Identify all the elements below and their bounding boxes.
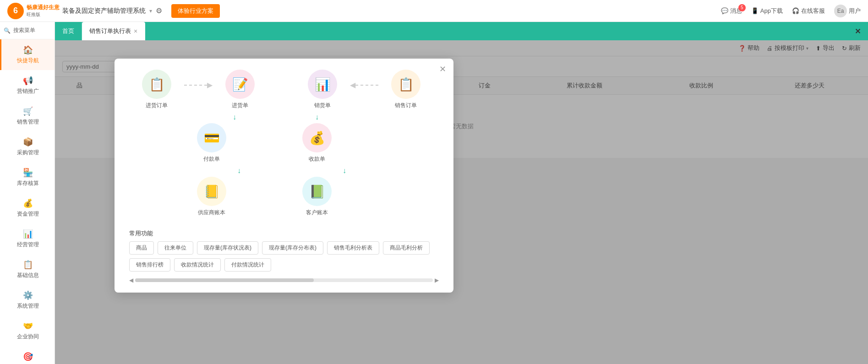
- flow-row-arrows: ↓ ↓: [129, 113, 439, 123]
- arrow-1: ▶: [184, 81, 213, 89]
- user-item[interactable]: Ea 用户: [834, 5, 861, 17]
- sales-order-circle: 📋: [391, 70, 420, 99]
- func-btn-goods[interactable]: 商品: [129, 241, 154, 255]
- flow-diagram: 📋 进货订单 ▶: [129, 70, 439, 220]
- trial-button[interactable]: 体验行业方案: [171, 4, 220, 18]
- logo-area: 6 畅康通好生意 旺推版: [7, 3, 62, 19]
- scroll-thumb: [135, 278, 314, 282]
- func-btn-payment-stat[interactable]: 付款情况统计: [224, 258, 271, 272]
- sales-bill-circle: 📊: [308, 70, 337, 99]
- sales-order-label: 销售订单: [395, 102, 417, 109]
- scroll-right-arrow[interactable]: ▶: [435, 277, 439, 283]
- arrow-down-payment: ↓: [212, 167, 267, 175]
- flow-row-3: 📒 供应商账本 📗: [184, 177, 439, 217]
- flow-node-purchase-bill[interactable]: 📝 进货单: [213, 70, 267, 109]
- supplier-ledger-circle: 📒: [197, 177, 226, 206]
- content-area: 首页 销售订单执行表 × ✕ ❓ 帮助 🖨 按模板打印 ▾: [55, 22, 868, 364]
- sidebar-item-system[interactable]: ⚙️ 系统管理: [0, 285, 55, 315]
- system-icon: ⚙️: [23, 290, 33, 300]
- flow-node-receipt[interactable]: 💰 收款单: [289, 123, 344, 163]
- func-btn-receipt-stat[interactable]: 收款情况统计: [174, 258, 221, 272]
- sidebar-item-finance[interactable]: 💰 资金管理: [0, 193, 55, 223]
- arrow-down-sales: ↓: [289, 113, 344, 121]
- empty3: [129, 167, 212, 177]
- sidebar-search[interactable]: 🔍 搜索菜单: [0, 22, 55, 39]
- modal-close-btn[interactable]: ✕: [439, 64, 446, 74]
- purchase-order-label: 进货订单: [146, 102, 168, 109]
- common-func-section: 常用功能 商品 往来单位 现存量(库存状况表) 现存量(库存分布表) 销售毛利分…: [129, 229, 439, 272]
- func-buttons: 商品 往来单位 现存量(库存状况表) 现存量(库存分布表) 销售毛利分析表 商品…: [129, 241, 439, 255]
- purchase-order-circle: 📋: [142, 70, 171, 99]
- flow-node-customer-ledger[interactable]: 📗 客户账本: [289, 177, 344, 217]
- quick-nav-icon: 🏠: [23, 45, 33, 55]
- func-btn-sales-rank[interactable]: 销售排行榜: [129, 258, 170, 272]
- online-service-item[interactable]: 🎧 在线客服: [792, 7, 825, 15]
- basic-info-icon: 📋: [23, 260, 33, 270]
- flow-node-supplier-ledger[interactable]: 📒 供应商账本: [184, 177, 239, 217]
- sidebar-item-marketing[interactable]: 📢 营销推广: [0, 70, 55, 101]
- inventory-icon: 🏪: [23, 168, 33, 178]
- sidebar-item-sales[interactable]: 🛒 销售管理: [0, 101, 55, 131]
- flow-node-purchase-order[interactable]: 📋 进货订单: [129, 70, 184, 109]
- receipt-label: 收款单: [309, 155, 325, 163]
- enterprise-icon: 🤝: [23, 321, 33, 331]
- sidebar: 🔍 搜索菜单 🏠 快捷导航 📢 营销推广 🛒 销售管理 📦 采购管理 🏪 库存核…: [0, 22, 55, 364]
- flow-row-arrows2: ↓ ↓: [129, 167, 439, 177]
- settings-icon[interactable]: ⚙: [156, 6, 162, 15]
- modal-overlay: ✕ 📋 进货订单: [55, 40, 868, 364]
- flow-node-sales-bill[interactable]: 📊 销货单: [295, 70, 350, 109]
- tab-home[interactable]: 首页: [55, 22, 82, 40]
- func-btn-counterparty[interactable]: 往来单位: [158, 241, 193, 255]
- common-func-title: 常用功能: [129, 229, 439, 238]
- sidebar-item-basic-info[interactable]: 📋 基础信息: [0, 254, 55, 285]
- empty1: [129, 113, 184, 123]
- tab-sales-order[interactable]: 销售订单执行表 ×: [82, 22, 145, 40]
- func-btn-stock-status[interactable]: 现存量(库存状况表): [197, 241, 258, 255]
- sales-icon: 🛒: [23, 106, 33, 116]
- func-btn-stock-dist[interactable]: 现存量(库存分布表): [262, 241, 323, 255]
- system-name: 装备及固定资产辅助管理系统 ▾ ⚙ 体验行业方案: [62, 4, 721, 18]
- tab-close-icon[interactable]: ×: [134, 27, 137, 35]
- supplier-ledger-label: 供应商账本: [198, 209, 225, 217]
- message-item[interactable]: 💬 5 消息: [721, 7, 742, 15]
- customer-ledger-label: 客户账本: [306, 209, 328, 217]
- func-buttons-row2: 销售排行榜 收款情况统计 付款情况统计: [129, 258, 439, 272]
- purchase-bill-label: 进货单: [232, 102, 248, 109]
- sidebar-item-quick-nav[interactable]: 🏠 快捷导航: [0, 39, 55, 70]
- new-guide-icon: 🎯: [23, 352, 33, 362]
- func-btn-sales-margin[interactable]: 销售毛利分析表: [327, 241, 379, 255]
- search-icon: 🔍: [4, 27, 11, 34]
- flow-modal: ✕ 📋 进货订单: [115, 59, 453, 293]
- scroll-track: [135, 278, 433, 282]
- sidebar-item-operations[interactable]: 📊 经营管理: [0, 223, 55, 254]
- modal-scrollbar: ◀ ▶: [129, 277, 439, 283]
- func-btn-goods-margin[interactable]: 商品毛利分析: [383, 241, 430, 255]
- logo-text: 畅康通好生意 旺推版: [27, 4, 60, 17]
- sales-order-icon: 📋: [398, 77, 414, 92]
- payment-circle: 💳: [197, 123, 226, 152]
- flow-node-sales-order[interactable]: 📋 销售订单: [378, 70, 433, 109]
- app-download-item[interactable]: 📱 App下载: [751, 7, 783, 15]
- sidebar-item-inventory[interactable]: 🏪 库存核算: [0, 162, 55, 193]
- customer-ledger-icon: 📗: [309, 184, 325, 199]
- purchase-order-icon: 📋: [149, 77, 165, 92]
- arrow-down-purchase: ↓: [207, 113, 262, 121]
- flow-row-1: 📋 进货订单 ▶: [129, 70, 439, 109]
- page-content: ❓ 帮助 🖨 按模板打印 ▾ ⬆ 导出 ↻ 刷新: [55, 40, 868, 364]
- payment-icon: 💳: [204, 130, 220, 146]
- sidebar-item-enterprise[interactable]: 🤝 企业协同: [0, 315, 55, 346]
- operations-icon: 📊: [23, 229, 33, 239]
- system-dropdown-arrow[interactable]: ▾: [149, 8, 152, 14]
- sidebar-item-new-guide[interactable]: 🎯 新手引导: [0, 346, 55, 364]
- header-right: 💬 5 消息 📱 App下载 🎧 在线客服 Ea 用户: [721, 5, 861, 17]
- flow-node-payment[interactable]: 💳 付款单: [184, 123, 239, 163]
- top-header: 6 畅康通好生意 旺推版 装备及固定资产辅助管理系统 ▾ ⚙ 体验行业方案 💬 …: [0, 0, 868, 22]
- flow-row-2: 💳 付款单 💰: [184, 123, 439, 163]
- supplier-ledger-icon: 📒: [204, 184, 220, 199]
- receipt-circle: 💰: [302, 123, 332, 152]
- sidebar-item-purchase[interactable]: 📦 采购管理: [0, 131, 55, 162]
- scroll-left-arrow[interactable]: ◀: [129, 277, 133, 283]
- tab-bar-close-icon[interactable]: ✕: [855, 27, 868, 36]
- purchase-bill-icon: 📝: [232, 77, 248, 92]
- download-icon: 📱: [751, 7, 759, 14]
